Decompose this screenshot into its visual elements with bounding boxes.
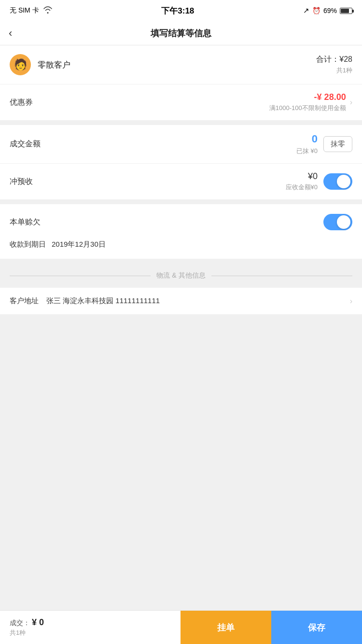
advance-right: ¥0 应收金额¥0: [286, 171, 352, 192]
customer-total: 合计：¥28 共1种: [316, 55, 352, 75]
bottom-bar: 成交： ¥ 0 共1种 挂单 保存: [0, 610, 362, 644]
back-button[interactable]: ‹: [9, 27, 12, 40]
deal-amount-label: 成交金额: [10, 139, 41, 149]
bottom-deal-amount: ¥ 0: [32, 617, 44, 628]
hold-button[interactable]: 挂单: [181, 611, 271, 644]
advance-label: 冲预收: [10, 177, 33, 187]
address-section: 客户地址 张三 海淀永丰科技园 11111111111 ›: [0, 288, 362, 314]
bottom-count: 共1种: [10, 629, 171, 637]
deal-amount-info: 0 已抹 ¥0: [296, 133, 318, 155]
battery-icon: [340, 8, 352, 14]
due-date-row[interactable]: 收款到期日 2019年12月30日: [0, 240, 362, 259]
debt-toggle[interactable]: [323, 214, 352, 230]
advance-amount: ¥0: [286, 171, 318, 182]
no-sim-text: 无 SIM 卡: [10, 6, 39, 15]
save-button[interactable]: 保存: [271, 611, 362, 644]
coupon-amount: -¥ 28.00: [269, 92, 346, 102]
coupon-info: -¥ 28.00 满1000-100不限制使用金额: [269, 92, 346, 112]
address-chevron-icon: ›: [350, 297, 352, 306]
erase-button[interactable]: 抹零: [323, 136, 352, 152]
logistics-label: 物流 & 其他信息: [156, 271, 205, 280]
debt-row: 本单赊欠: [0, 204, 362, 240]
advance-row: 冲预收 ¥0 应收金额¥0: [0, 164, 362, 199]
status-right: ↗ ⏰ 69%: [303, 6, 352, 15]
debt-section: 本单赊欠 收款到期日 2019年12月30日: [0, 204, 362, 259]
coupon-description: 满1000-100不限制使用金额: [269, 104, 346, 112]
advance-sub: 应收金额¥0: [286, 183, 318, 192]
coupon-right: -¥ 28.00 满1000-100不限制使用金额 ›: [269, 92, 352, 112]
nav-bar: ‹ 填写结算等信息: [0, 21, 362, 45]
customer-card: 🧑 零散客户 合计：¥28 共1种 优惠券 -¥ 28.00 满1000-100…: [0, 45, 362, 120]
total-count: 共1种: [316, 66, 352, 75]
avatar: 🧑: [10, 54, 31, 75]
divider-line-left: [10, 276, 151, 276]
customer-name: 零散客户: [38, 59, 70, 70]
battery-percent: 69%: [323, 7, 337, 14]
avatar-icon: 🧑: [14, 58, 27, 71]
alarm-icon: ⏰: [312, 7, 320, 14]
bottom-deal-row: 成交： ¥ 0: [10, 617, 171, 628]
advance-toggle[interactable]: [323, 173, 352, 190]
chevron-right-icon: ›: [350, 98, 352, 107]
due-date-label: 收款到期日: [10, 240, 46, 249]
wifi-icon: [43, 6, 53, 15]
coupon-row[interactable]: 优惠券 -¥ 28.00 满1000-100不限制使用金额 ›: [0, 84, 362, 120]
deal-amount-row: 成交金额 0 已抹 ¥0 抹零: [0, 125, 362, 164]
debt-label: 本单赊欠: [10, 217, 41, 227]
empty-space: [0, 319, 362, 416]
due-date-value: 2019年12月30日: [52, 240, 106, 249]
status-time: 下午3:18: [161, 5, 194, 16]
deal-section: 成交金额 0 已抹 ¥0 抹零 冲预收 ¥0 应收金额¥0: [0, 125, 362, 199]
address-left: 客户地址 张三 海淀永丰科技园 11111111111: [10, 296, 160, 306]
toggle-knob: [337, 175, 350, 188]
status-bar: 无 SIM 卡 下午3:18 ↗ ⏰ 69%: [0, 0, 362, 21]
deal-amount-value[interactable]: 0: [296, 133, 318, 145]
address-label: 客户地址: [10, 296, 39, 306]
customer-info: 🧑 零散客户: [10, 54, 70, 75]
status-left: 无 SIM 卡: [10, 6, 53, 15]
bottom-deal-label: 成交：: [10, 619, 30, 628]
page-title: 填写结算等信息: [151, 28, 211, 39]
logistics-divider: 物流 & 其他信息: [0, 264, 362, 288]
location-icon: ↗: [303, 6, 309, 15]
address-value: 张三 海淀永丰科技园 11111111111: [46, 296, 160, 306]
customer-row: 🧑 零散客户 合计：¥28 共1种: [0, 45, 362, 84]
divider-line-right: [211, 276, 352, 276]
deal-amount-right: 0 已抹 ¥0 抹零: [296, 133, 352, 155]
debt-toggle-knob: [337, 215, 350, 229]
content: 🧑 零散客户 合计：¥28 共1种 优惠券 -¥ 28.00 满1000-100…: [0, 45, 362, 454]
total-amount: 合计：¥28: [316, 55, 352, 65]
advance-info: ¥0 应收金额¥0: [286, 171, 318, 192]
address-row[interactable]: 客户地址 张三 海淀永丰科技园 11111111111 ›: [0, 288, 362, 314]
deal-amount-sub: 已抹 ¥0: [296, 147, 318, 155]
bottom-info: 成交： ¥ 0 共1种: [0, 617, 181, 637]
coupon-label: 优惠券: [10, 98, 33, 108]
logistics-section: 物流 & 其他信息: [0, 264, 362, 288]
